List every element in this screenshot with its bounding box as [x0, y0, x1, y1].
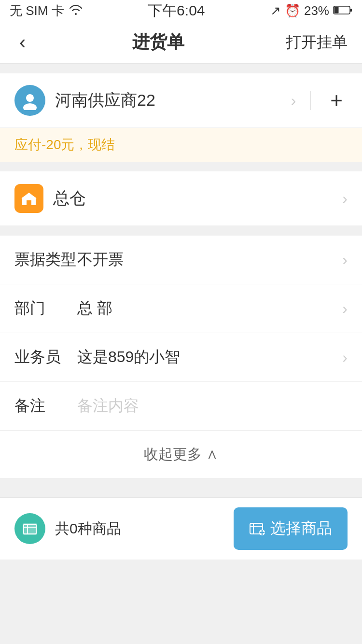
product-count-text: 共0种商品: [55, 519, 234, 539]
salesman-value: 这是859的小智: [77, 347, 342, 368]
back-button[interactable]: ‹: [14, 27, 30, 58]
note-input[interactable]: 备注内容: [77, 395, 348, 417]
nav-bar: ‹ 进货单 打开挂单: [0, 21, 362, 64]
department-arrow-icon: ›: [342, 300, 348, 318]
warehouse-arrow-icon: ›: [342, 190, 348, 208]
bottom-bar: 共0种商品 选择商品: [0, 497, 362, 560]
mid-divider-2: [0, 226, 362, 236]
product-count-icon: [14, 513, 45, 544]
page-bg: [0, 560, 362, 644]
status-right: ↗ ⏰ 23%: [270, 3, 352, 18]
collapse-button[interactable]: 收起更多 ∧: [0, 431, 362, 478]
page-title: 进货单: [132, 30, 184, 54]
svg-rect-2: [334, 7, 338, 13]
collapse-label: 收起更多 ∧: [144, 445, 218, 464]
supplier-row[interactable]: 河南供应商22 › +: [0, 73, 362, 128]
notice-bar: 应付-20元，现结: [0, 128, 362, 162]
salesman-label: 业务员: [14, 347, 77, 368]
invoice-type-row[interactable]: 票据类型 不开票 ›: [0, 236, 362, 284]
svg-rect-8: [23, 523, 37, 535]
department-label: 部门: [14, 298, 77, 319]
form-section: 票据类型 不开票 › 部门 总 部 › 业务员 这是859的小智 › 备注 备注…: [0, 236, 362, 478]
warehouse-name: 总仓: [53, 187, 342, 210]
select-product-label: 选择商品: [270, 518, 332, 539]
select-product-button[interactable]: 选择商品: [234, 507, 348, 550]
supplier-avatar: [14, 85, 45, 116]
location-icon: ↗: [270, 3, 281, 18]
mid-divider-1: [0, 162, 362, 171]
warehouse-icon: [14, 184, 43, 213]
department-row[interactable]: 部门 总 部 ›: [0, 284, 362, 333]
salesman-row[interactable]: 业务员 这是859的小智 ›: [0, 333, 362, 382]
notice-text: 应付-20元，现结: [14, 137, 115, 152]
wifi-icon: [69, 3, 83, 18]
note-row[interactable]: 备注 备注内容: [0, 382, 362, 431]
warehouse-row[interactable]: 总仓 ›: [0, 171, 362, 226]
supplier-name: 河南供应商22: [55, 89, 291, 112]
note-label: 备注: [14, 395, 77, 417]
svg-marker-6: [21, 193, 37, 198]
invoice-type-label: 票据类型: [14, 249, 77, 270]
salesman-arrow-icon: ›: [342, 349, 348, 366]
alarm-icon: ⏰: [285, 3, 300, 18]
svg-point-4: [23, 103, 37, 110]
bottom-divider: [0, 478, 362, 488]
status-time: 下午6:04: [148, 1, 205, 21]
status-bar: 无 SIM 卡 下午6:04 ↗ ⏰ 23%: [0, 0, 362, 21]
open-pending-button[interactable]: 打开挂单: [286, 32, 348, 53]
add-supplier-button[interactable]: +: [325, 88, 348, 112]
invoice-type-arrow-icon: ›: [342, 251, 348, 269]
top-divider: [0, 64, 362, 73]
supplier-divider: [310, 91, 311, 110]
svg-rect-7: [27, 200, 31, 205]
carrier-text: 无 SIM 卡: [10, 2, 64, 19]
status-left: 无 SIM 卡: [10, 2, 83, 19]
invoice-type-value: 不开票: [77, 249, 342, 270]
supplier-section: 河南供应商22 › + 应付-20元，现结: [0, 73, 362, 162]
svg-point-3: [26, 94, 34, 102]
supplier-arrow-icon: ›: [291, 92, 296, 110]
battery-text: 23%: [304, 3, 329, 18]
department-value: 总 部: [77, 298, 342, 319]
battery-icon: [333, 3, 352, 18]
svg-rect-1: [350, 9, 352, 12]
